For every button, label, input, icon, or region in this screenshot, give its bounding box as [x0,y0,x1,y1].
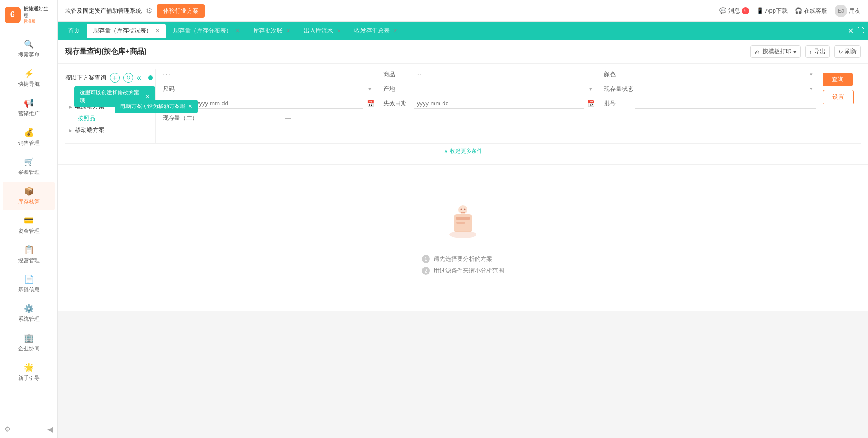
refresh-scheme-btn[interactable]: ↻ [123,73,133,83]
tab-batch-account-close[interactable]: ✕ [286,28,290,34]
desktop-tooltip-text: 电脑方案可设为移动方案哦 [120,103,185,110]
color-dropdown-icon: ▾ [810,71,813,78]
add-scheme-btn[interactable]: + [110,73,120,83]
tip-text-1: 请先选择要分析的方案 [434,255,492,263]
sidebar-item-search[interactable]: 🔍 搜索菜单 [3,35,55,63]
desktop-tooltip-close[interactable]: ✕ [188,104,192,109]
settings-btn[interactable]: ⚙ [5,425,11,433]
phone-icon: 📱 [756,7,764,14]
tab-inventory-dist-close[interactable]: ✕ [236,28,240,34]
app-download-action[interactable]: 📱 App下载 [756,7,788,15]
sidebar-bottom: ⚙ ◀ [0,420,57,438]
produce-date-input[interactable] [193,98,363,109]
sidebar-item-sales[interactable]: 💰 销售管理 [3,123,55,151]
stock-qty-max[interactable] [293,113,375,123]
collapse-sidebar-btn[interactable]: ◀ [47,425,53,433]
user-area[interactable]: Ea 用友 [835,5,861,17]
system-icon: ⚙️ [24,304,34,314]
inventory-icon: 📦 [24,186,34,196]
sidebar-item-basics[interactable]: 📄 基础信息 [3,270,55,298]
sidebar-item-inventory[interactable]: 📦 库存核算 [3,182,55,210]
filter-size: 尺码 ▾ [163,84,374,94]
sidebar-item-quicknav[interactable]: ⚡ 快捷导航 [3,64,55,93]
avatar: Ea [835,5,847,17]
sidebar-item-marketing[interactable]: 📢 营销推广 [3,94,55,122]
support-label: 在线客服 [804,7,827,15]
filter-main: 按以下方案查询 + ↻ « 这里可以创建和修改方案哦 ✕ [65,69,861,143]
sidebar-item-label-operations: 经营管理 [18,257,40,264]
produce-date-calendar-icon[interactable]: 📅 [367,100,374,107]
collapse-btn[interactable]: ∧ 收起更多条件 [444,147,482,155]
tab-inventory-status-close[interactable]: ✕ [156,28,160,34]
sidebar: 6 畅捷通好生意 标准版 🔍 搜索菜单 ⚡ 快捷导航 📢 营销推广 💰 销售管理… [0,0,58,438]
tab-fullscreen-icon[interactable]: ⛶ [857,27,864,35]
template-print-btn[interactable]: 🖨 按模板打印 ▾ [750,45,801,58]
chevron-down-icon: ▾ [793,48,797,55]
scheme-sub-item-1[interactable]: 按照品 [74,113,155,124]
tab-close-all-icon[interactable]: ✕ [848,27,854,35]
mobile-scheme-item[interactable]: ▶ 移动端方案 [65,124,155,136]
scheme-sub-item-label: 按照品 [78,114,95,122]
stock-status-select[interactable]: ▾ [637,84,816,94]
sidebar-item-label-marketing: 营销推广 [18,110,40,118]
sidebar-item-enterprise[interactable]: 🏢 企业协同 [3,329,55,357]
sidebar-item-operations[interactable]: 📋 经营管理 [3,240,55,269]
filter-expire-date: 失效日期 📅 [383,98,595,109]
tab-in-out-flow[interactable]: 出入库流水 ✕ [297,24,347,38]
collapse-up-icon: ∧ [444,148,448,155]
expire-date-input[interactable] [414,98,584,109]
sidebar-item-label-inventory: 库存核算 [18,198,40,206]
svg-point-6 [464,209,466,210]
messages-action[interactable]: 💬 消息 6 [719,7,749,15]
sidebar-item-guide[interactable]: 🌟 新手引导 [3,358,55,386]
tab-collect-summary-label: 收发存汇总表 [354,27,390,35]
export-btn[interactable]: ↑ 导出 [805,45,830,58]
warehouse-dots[interactable]: ··· [163,71,171,79]
stock-qty-min[interactable] [202,113,283,123]
tab-inventory-status[interactable]: 现存量（库存状况表） ✕ [87,24,166,38]
filter-header-wrap: 按以下方案查询 + ↻ « 这里可以创建和修改方案哦 ✕ [65,73,155,83]
sidebar-item-finance[interactable]: 💳 资金管理 [3,211,55,240]
user-name: 用友 [849,7,861,15]
tab-home[interactable]: 首页 [61,24,86,38]
stock-status-dropdown-icon: ▾ [810,85,813,92]
sidebar-item-system[interactable]: ⚙️ 系统管理 [3,299,55,328]
empty-tips: 1 请先选择要分析的方案 2 用过滤条件来缩小分析范围 [422,255,504,275]
color-label: 颜色 [604,71,631,79]
size-select[interactable]: ▾ [193,84,374,94]
tab-in-out-flow-close[interactable]: ✕ [337,28,341,34]
tab-batch-account[interactable]: 库存批次账 ✕ [247,24,297,38]
marketing-icon: 📢 [24,98,34,108]
sidebar-item-label-search: 搜索菜单 [18,51,40,59]
tab-collect-summary[interactable]: 收发存汇总表 ✕ [348,24,404,38]
sidebar-item-label-quicknav: 快捷导航 [18,80,40,88]
filter-row-3: 生产日期 📅 失效日期 📅 批号 [163,98,816,109]
tab-inventory-dist[interactable]: 现存量（库存分布表） ✕ [167,24,246,38]
setup-btn[interactable]: 设置 [823,90,854,104]
query-btn[interactable]: 查询 [823,73,853,86]
batch-no-input[interactable] [635,98,816,109]
tab-collect-summary-close[interactable]: ✕ [393,28,397,34]
mobile-expand-arrow-icon: ▶ [69,128,72,133]
print-icon: 🖨 [755,48,760,55]
guide-icon: 🌟 [24,363,34,372]
empty-tip-2: 2 用过滤条件来缩小分析范围 [422,267,504,275]
back-icon[interactable]: « [137,74,141,82]
goods-dots[interactable]: ··· [414,71,423,79]
refresh-btn[interactable]: ↻ 刷新 [834,45,861,58]
message-icon: 💬 [719,7,726,14]
origin-select[interactable]: ▾ [414,84,595,94]
sidebar-item-label-enterprise: 企业协同 [18,345,40,353]
support-action[interactable]: 🎧 在线客服 [795,7,827,15]
sidebar-item-label-system: 系统管理 [18,316,40,323]
empty-illustration [440,201,486,246]
expire-date-calendar-icon[interactable]: 📅 [587,100,595,107]
header-right: 💬 消息 6 📱 App下载 🎧 在线客服 Ea 用友 [719,5,861,17]
color-select[interactable]: ▾ [635,69,816,80]
header-gear-icon[interactable]: ⚙ [146,6,152,15]
expire-date-label: 失效日期 [383,99,410,108]
message-badge: 6 [742,7,749,14]
trial-btn[interactable]: 体验行业方案 [157,4,205,18]
tooltip-create-close[interactable]: ✕ [146,94,150,100]
sidebar-item-purchase[interactable]: 🛒 采购管理 [3,152,55,181]
